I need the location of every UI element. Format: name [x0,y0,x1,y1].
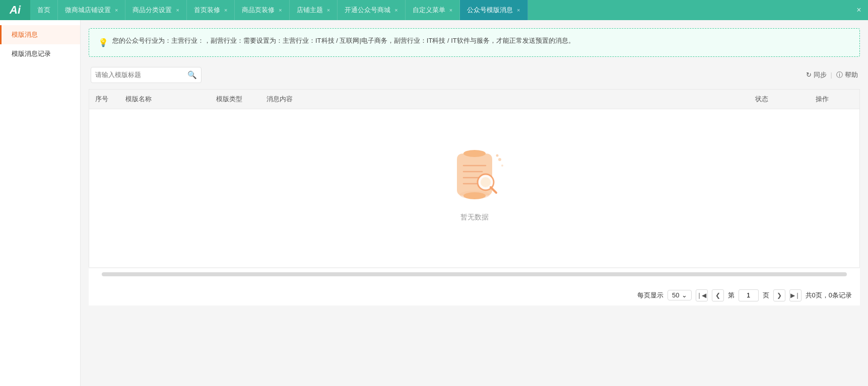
col-header-content: 消息内容 [260,89,749,109]
nav-tab-close-weshop[interactable]: × [115,7,118,13]
toolbar-divider: | [831,71,832,79]
search-input[interactable] [95,71,187,79]
nav-tab-label: 首页装修 [194,6,220,15]
empty-state-row: 暂无数据 [89,109,860,267]
next-page-button[interactable]: ❯ [773,289,785,301]
pagination: 每页显示 50 ⌄ ❘◀ ❮ 第 页 ❯ ▶❘ 共0页，0条记录 [89,285,860,305]
data-table: 序号模版名称模版类型消息内容状态操作 [89,89,860,268]
empty-state: 暂无数据 [95,114,853,262]
empty-doc-icon [444,144,505,205]
industry-alert: 💡 您的公众号行业为：主营行业：，副营行业：需要设置为：主营行业：IT科技 / … [89,28,860,57]
nav-tab-close-productpage[interactable]: × [279,7,282,13]
search-box: 🔍 [91,67,202,83]
sync-button[interactable]: ↻ 同步 [806,70,827,80]
nav-tab-homepage[interactable]: 首页装修× [187,0,235,20]
toolbar: 🔍 ↻ 同步 | ⓘ 帮助 [89,67,860,83]
per-page-select[interactable]: 50 ⌄ [667,290,691,300]
content-area: 💡 您的公众号行业为：主营行业：，副营行业：需要设置为：主营行业：IT科技 / … [81,20,868,386]
svg-point-11 [501,165,503,167]
sidebar-item-template-record[interactable]: 模版消息记录 [0,44,80,63]
sidebar: 模版消息模版消息记录 [0,20,81,386]
prev-page-button[interactable]: ❮ [712,289,724,301]
svg-point-1 [463,150,486,157]
nav-tab-label: 商品分类设置 [132,6,172,15]
sidebar-item-template[interactable]: 模版消息 [0,25,80,44]
nav-tab-close-category[interactable]: × [176,7,179,13]
nav-tab-productpage[interactable]: 商品页装修× [235,0,289,20]
page-label: 页 [763,291,769,300]
col-header-seq: 序号 [89,89,119,109]
col-header-status: 状态 [749,89,810,109]
horizontal-scrollbar[interactable] [102,272,847,276]
svg-point-8 [481,177,491,187]
table-header-row: 序号模版名称模版类型消息内容状态操作 [89,89,860,109]
nav-tab-label: 店铺主题 [297,6,323,15]
nav-tab-label: 开通公众号商城 [345,6,390,15]
first-page-button[interactable]: ❘◀ [696,289,708,301]
svg-point-2 [463,192,486,199]
last-page-button[interactable]: ▶❘ [789,289,802,301]
col-header-name: 模版名称 [119,89,210,109]
sync-icon: ↻ [806,71,812,79]
nav-tab-label: 公众号模版消息 [467,6,513,15]
per-page-label: 每页显示 [637,291,663,300]
main-layout: 模版消息模版消息记录 💡 您的公众号行业为：主营行业：，副营行业：需要设置为：主… [0,20,868,386]
app-logo: Ai [0,0,30,20]
col-header-action: 操作 [810,89,860,109]
nav-tab-mptemplate[interactable]: 公众号模版消息× [460,0,527,20]
chevron-down-icon: ⌄ [682,291,687,299]
help-circle-icon: ⓘ [836,70,843,80]
nav-tab-close-mptemplate[interactable]: × [517,7,520,13]
nav-tab-close-custommenu[interactable]: × [449,7,452,13]
nav-tab-home[interactable]: 首页 [30,0,58,20]
toolbar-right: ↻ 同步 | ⓘ 帮助 [806,70,858,80]
svg-point-10 [498,158,501,161]
nav-tab-weshop[interactable]: 微商城店铺设置× [58,0,125,20]
col-header-type: 模版类型 [210,89,260,109]
scrollbar-area [89,268,860,285]
lightbulb-icon: 💡 [98,36,108,49]
di-label: 第 [728,291,735,300]
help-button[interactable]: ⓘ 帮助 [836,70,858,80]
nav-tab-theme[interactable]: 店铺主题× [290,0,338,20]
svg-point-12 [496,154,498,157]
nav-tab-label: 首页 [37,6,50,15]
close-all-button[interactable]: × [850,0,868,20]
alert-message: 您的公众号行业为：主营行业：，副营行业：需要设置为：主营行业：IT科技 / 互联… [112,36,575,46]
search-icon[interactable]: 🔍 [187,70,197,80]
nav-tab-close-openmp[interactable]: × [394,7,397,13]
page-number-input[interactable] [739,289,759,301]
nav-tab-label: 微商城店铺设置 [65,6,111,15]
empty-illustration [444,144,505,205]
empty-text: 暂无数据 [105,213,843,222]
nav-tab-openmp[interactable]: 开通公众号商城× [338,0,405,20]
nav-tab-custommenu[interactable]: 自定义菜单× [406,0,460,20]
page-total: 共0页，0条记录 [806,291,852,300]
nav-tab-label: 商品页装修 [242,6,275,15]
nav-tab-close-homepage[interactable]: × [224,7,227,13]
nav-tabs: 首页微商城店铺设置×商品分类设置×首页装修×商品页装修×店铺主题×开通公众号商城… [30,0,850,20]
nav-tab-close-theme[interactable]: × [327,7,330,13]
nav-tab-category[interactable]: 商品分类设置× [125,0,186,20]
nav-tab-label: 自定义菜单 [413,6,445,15]
top-nav: Ai 首页微商城店铺设置×商品分类设置×首页装修×商品页装修×店铺主题×开通公众… [0,0,868,20]
